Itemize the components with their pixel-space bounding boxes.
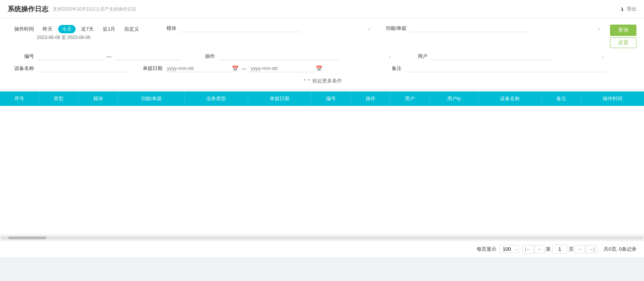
device-filter: 设备名称 <box>8 65 136 72</box>
col-user-ip: 用户ip <box>429 92 478 106</box>
filter-area: 操作时间 昨天 今天 近7天 近1月 自定义 2023-06-06 至 2023… <box>0 19 644 90</box>
page-info: 第 页 <box>546 245 574 253</box>
func-label: 功能/单据 <box>380 25 406 32</box>
col-num: 编号 <box>311 92 351 106</box>
col-func: 功能/单据 <box>118 92 184 106</box>
module-filter: 模块 ⌄ <box>150 25 380 32</box>
pagination-bar: 每页显示 100 50 200 ⌄ |← ← 第 页 → →| 共0页, 0条记… <box>0 241 644 257</box>
settings-button[interactable]: 设置 <box>610 37 636 48</box>
remark-input[interactable] <box>405 65 607 72</box>
module-select[interactable] <box>179 25 300 32</box>
page-size-wrapper: 100 50 200 ⌄ <box>499 245 519 253</box>
date-end-input[interactable] <box>249 65 316 72</box>
header-left: 系统操作日志 支持2020年10月31日之后产生的操作日志 <box>8 5 136 14</box>
table-header: 序号 类型 模块 功能/单据 业务类型 单据日期 编号 操作 用户 用户ip 设… <box>0 92 644 106</box>
operation-label: 操作 <box>188 53 215 60</box>
per-page-label: 每页显示 <box>477 246 496 253</box>
table-container: 序号 类型 模块 功能/单据 业务类型 单据日期 编号 操作 用户 用户ip 设… <box>0 92 644 234</box>
empty-area <box>0 106 644 234</box>
time-btn-custom[interactable]: 自定义 <box>121 25 142 34</box>
export-icon: ⮯ <box>620 6 625 12</box>
col-user: 用户 <box>390 92 429 106</box>
page-subtitle: 支持2020年10月31日之后产生的操作日志 <box>53 6 136 12</box>
calendar-start-icon[interactable]: 📅 <box>232 65 238 71</box>
user-label: 用户 <box>401 53 428 60</box>
operation-chevron-icon: ⌄ <box>388 54 392 59</box>
collapse-label: 收起更多条件 <box>312 78 342 84</box>
num-dash: — <box>107 54 111 59</box>
scrollbar-track[interactable] <box>1 236 643 239</box>
func-chevron-icon: ⌄ <box>597 26 601 31</box>
page-input[interactable] <box>552 245 567 253</box>
module-label: 模块 <box>150 25 176 32</box>
col-device: 设备名称 <box>478 92 542 106</box>
user-chevron-icon: ⌄ <box>601 54 605 59</box>
export-label: 导出 <box>627 6 636 12</box>
num-label: 编号 <box>8 53 34 60</box>
col-module: 模块 <box>79 92 118 106</box>
pagination-nav: |← ← 第 页 → →| <box>522 245 598 253</box>
remark-filter: 备注 <box>375 65 637 72</box>
operation-filter: 操作 ⌄ <box>188 53 401 60</box>
date-start-input[interactable] <box>165 65 232 72</box>
time-btn-1month[interactable]: 近1月 <box>99 25 119 34</box>
scrollbar-area <box>0 234 644 241</box>
bill-date-filter: 单据日期 📅 — 📅 <box>136 65 375 72</box>
bill-date-label: 单据日期 <box>136 65 162 72</box>
time-btn-7days[interactable]: 近7天 <box>78 25 97 34</box>
page-container: 系统操作日志 支持2020年10月31日之后产生的操作日志 ⮯ 导出 操作时间 … <box>0 0 644 281</box>
page-header: 系统操作日志 支持2020年10月31日之后产生的操作日志 ⮯ 导出 <box>0 0 644 19</box>
page-unit: 页 <box>569 246 574 253</box>
collapse-button[interactable]: ⌃⌃ 收起更多条件 <box>303 78 342 84</box>
page-first-button[interactable]: |← <box>522 245 534 253</box>
module-chevron-icon: ⌄ <box>367 26 371 31</box>
col-remark: 备注 <box>542 92 581 106</box>
num-input-start[interactable] <box>37 53 103 60</box>
page-next-button[interactable]: → <box>575 245 585 253</box>
time-range-display: 2023-06-06 至 2023-06-06 <box>37 35 90 40</box>
page-prev-button[interactable]: ← <box>534 245 545 253</box>
action-buttons: 查询 设置 <box>610 25 636 48</box>
page-title: 系统操作日志 <box>8 5 48 14</box>
remark-label: 备注 <box>375 65 402 72</box>
time-btn-yesterday[interactable]: 昨天 <box>39 25 56 34</box>
export-button[interactable]: ⮯ 导出 <box>620 6 636 12</box>
scrollbar-thumb[interactable] <box>8 236 46 239</box>
col-type: 类型 <box>39 92 78 106</box>
col-biz-type: 业务类型 <box>185 92 248 106</box>
page-last-button[interactable]: →| <box>586 245 598 253</box>
num-filter: 编号 — <box>8 53 188 60</box>
func-select[interactable] <box>409 25 530 32</box>
date-dash: — <box>241 66 246 71</box>
col-seq: 序号 <box>0 92 39 106</box>
user-select[interactable] <box>431 53 551 60</box>
time-btn-today[interactable]: 今天 <box>58 25 76 33</box>
col-bill-date: 单据日期 <box>248 92 311 106</box>
user-filter: 用户 ⌄ <box>401 53 636 60</box>
table-header-row: 序号 类型 模块 功能/单据 业务类型 单据日期 编号 操作 用户 用户ip 设… <box>0 92 644 106</box>
operation-select[interactable] <box>218 53 339 60</box>
time-filter-group: 操作时间 昨天 今天 近7天 近1月 自定义 2023-06-06 至 2023… <box>8 25 150 41</box>
operation-time-label: 操作时间 <box>8 26 34 33</box>
col-operation: 操作 <box>351 92 390 106</box>
page-size-select[interactable]: 100 50 200 <box>499 245 519 253</box>
device-input[interactable] <box>37 65 128 72</box>
calendar-end-icon[interactable]: 📅 <box>316 65 322 71</box>
page-label: 第 <box>546 246 551 253</box>
data-table: 序号 类型 模块 功能/单据 业务类型 单据日期 编号 操作 用户 用户ip 设… <box>0 92 644 106</box>
func-filter: 功能/单据 ⌄ <box>380 25 610 32</box>
col-op-time: 操作时间 <box>581 92 644 106</box>
collapse-row: ⌃⌃ 收起更多条件 <box>8 75 636 85</box>
query-button[interactable]: 查询 <box>610 25 636 36</box>
total-info: 共0页, 0条记录 <box>604 246 636 253</box>
num-input-end[interactable] <box>114 53 181 60</box>
device-label: 设备名称 <box>8 65 34 72</box>
collapse-chevron-icon: ⌃⌃ <box>303 78 311 84</box>
